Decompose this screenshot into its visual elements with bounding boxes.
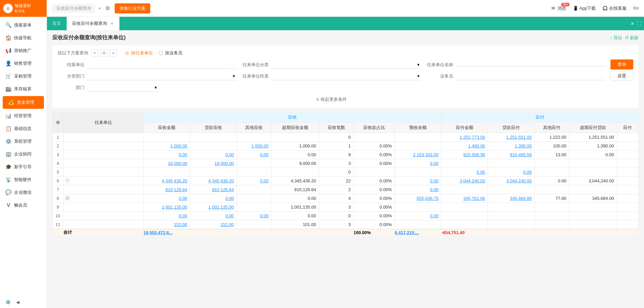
td-prepay[interactable]	[395, 203, 441, 212]
topbar-gear-icon[interactable]: ⚙	[104, 4, 111, 13]
scheme-option-by-unit[interactable]: ⊙ 按往来单位	[125, 50, 153, 56]
unit-category-select[interactable]: ▾	[271, 61, 421, 69]
td-ar-amount[interactable]: 4,345,436.20	[144, 177, 190, 185]
td-loan-ar[interactable]: 152.00	[190, 220, 237, 229]
scheme-option-by-staff[interactable]: 按业务员	[158, 50, 182, 56]
tab-close-all-icon[interactable]: ✕	[631, 21, 634, 26]
app-download-link[interactable]: 📱 App下载	[573, 5, 596, 11]
td-ar-amount[interactable]: 0.00	[144, 194, 190, 203]
td-other-ar[interactable]	[237, 159, 271, 168]
td-ar-amount[interactable]: 810,126.64	[144, 185, 190, 194]
td-loan-ap[interactable]	[488, 185, 535, 194]
td-loan-ar[interactable]	[190, 142, 237, 150]
td-other-ar[interactable]	[237, 185, 271, 194]
settings-scheme-button[interactable]: ⊙	[100, 49, 108, 57]
td-loan-ar[interactable]	[190, 168, 237, 177]
sidebar-item-operations[interactable]: 📊 经营管理	[0, 109, 47, 122]
td-ap-amount[interactable]	[441, 159, 488, 168]
td-loan-ap[interactable]: 1,251,551.00	[488, 133, 535, 142]
settlement-unit-input[interactable]: ···	[87, 61, 236, 69]
td-prepay[interactable]: 2,153,333.00	[395, 150, 441, 159]
td-loan-ap[interactable]	[488, 212, 535, 220]
sidebar-item-hardware[interactable]: 📡 智能硬件	[0, 173, 47, 186]
sidebar-item-guide[interactable]: 🎓 新手引导	[0, 161, 47, 173]
td-loan-ar[interactable]: 0.00	[190, 212, 237, 220]
td-prepay[interactable]	[395, 220, 441, 229]
td-loan-ar[interactable]: 810,126.64	[190, 185, 237, 194]
td-prepay[interactable]	[395, 133, 441, 142]
td-loan-ap[interactable]	[488, 220, 535, 229]
td-ap-amount[interactable]	[441, 212, 488, 220]
tab-home[interactable]: 首页	[47, 17, 67, 30]
sidebar-item-member[interactable]: Ⅴ 畅会员	[0, 199, 47, 212]
td-ap-amount[interactable]: 345,761.00	[441, 194, 488, 203]
sidebar-item-system[interactable]: ⚙️ 系统管理	[0, 135, 47, 148]
message-badge[interactable]: ✉ 消息 99+	[551, 5, 567, 11]
online-service-link[interactable]: 🎧 在线客服	[602, 5, 627, 11]
td-loan-ap[interactable]: 0.00	[488, 168, 535, 177]
user-avatar[interactable]: Rit	[633, 6, 639, 11]
td-prepay[interactable]: 0.00	[395, 159, 441, 168]
salesperson-input[interactable]: ···	[456, 72, 605, 80]
promo-button[interactable]: 体验行业方案	[115, 3, 150, 13]
td-ap-amount[interactable]: 3,044,240.00	[441, 177, 488, 185]
export-button[interactable]: ↑ 导出	[610, 35, 623, 41]
sidebar-item-sales[interactable]: 👤 销售管理	[0, 57, 47, 70]
dropdown-arrow-icon[interactable]: ▾	[99, 6, 101, 11]
td-ar-amount[interactable]: 18,000.00	[144, 159, 190, 168]
td-ap-amount[interactable]: 915,508.56	[441, 150, 488, 159]
td-ap-amount[interactable]: 0.00	[441, 168, 488, 177]
sidebar-item-enterprise[interactable]: 🏢 企业协同	[0, 148, 47, 161]
td-ap-amount[interactable]	[441, 185, 488, 194]
td-ap-amount[interactable]	[441, 203, 488, 212]
td-other-ar[interactable]: 0.00	[237, 177, 271, 185]
dept-select[interactable]: ▾	[87, 84, 158, 92]
td-ap-amount[interactable]: 1,252,773.00	[441, 133, 488, 142]
sidebar-item-purchase[interactable]: 🛒 采购管理	[0, 70, 47, 83]
refresh-button[interactable]: ↺ 刷新	[625, 35, 639, 41]
sidebar-item-quick-nav[interactable]: 🏠 快捷导航	[0, 32, 47, 44]
td-ar-amount[interactable]	[144, 168, 190, 177]
sidebar-item-marketing[interactable]: 📢 营销推广	[0, 44, 47, 57]
tab-expand-icon[interactable]: ⛶	[637, 21, 641, 26]
add-scheme-button[interactable]: +	[91, 49, 98, 57]
dept-mgr-select[interactable]: ▾	[87, 72, 236, 80]
tab-close-icon[interactable]: ✕	[110, 21, 114, 26]
td-other-ar[interactable]	[237, 194, 271, 203]
td-loan-ap[interactable]: 915,495.56	[488, 150, 535, 159]
td-loan-ap[interactable]: 345,684.00	[488, 194, 535, 203]
tab-ar-query[interactable]: 应收应付余额查询 ✕	[67, 17, 119, 30]
td-ar-amount[interactable]	[144, 133, 190, 142]
sidebar-settings-icon[interactable]: ⚙️	[5, 300, 11, 305]
td-ar-amount[interactable]: 0.00	[144, 150, 190, 159]
settings-button[interactable]: 设置	[610, 71, 633, 81]
sidebar-item-wechat[interactable]: 💬 企业微信	[0, 186, 47, 199]
sidebar-item-search-menu[interactable]: 🔍 搜索菜单	[0, 19, 47, 32]
td-loan-ar[interactable]: 0.00	[190, 150, 237, 159]
td-other-ar[interactable]	[237, 203, 271, 212]
td-loan-ap[interactable]: 3,044,240.00	[488, 177, 535, 185]
td-loan-ar[interactable]: 18,000.00	[190, 159, 237, 168]
td-prepay[interactable]	[395, 142, 441, 150]
td-other-ar[interactable]	[237, 168, 271, 177]
sidebar-item-inventory[interactable]: 🏬 库存核算	[0, 83, 47, 95]
sidebar-item-basic-info[interactable]: 📋 基础信息	[0, 122, 47, 135]
td-ar-amount[interactable]: 1,001,135.00	[144, 203, 190, 212]
td-ap-amount[interactable]: 1,490.00	[441, 142, 488, 150]
td-other-ar[interactable]	[237, 220, 271, 229]
td-prepay[interactable]: 0.00	[395, 185, 441, 194]
td-loan-ap[interactable]: 1,390.00	[488, 142, 535, 150]
td-other-ar[interactable]	[237, 133, 271, 142]
td-other-ar[interactable]: 0.00	[237, 150, 271, 159]
td-ar-amount[interactable]: 1,000.00	[144, 142, 190, 150]
td-ar-amount[interactable]: 152.00	[144, 220, 190, 229]
td-prepay[interactable]: 655,636.75	[395, 194, 441, 203]
sidebar-item-capital[interactable]: 💰 资金管理	[3, 96, 44, 109]
collapse-conditions[interactable]: ∧ 收起更多条件	[58, 95, 605, 104]
td-prepay[interactable]	[395, 168, 441, 177]
td-loan-ar[interactable]: 0.00	[190, 194, 237, 203]
td-loan-ap[interactable]	[488, 203, 535, 212]
th-settings[interactable]: ⚙	[53, 112, 63, 133]
td-other-ar[interactable]: 1,000.00	[237, 142, 271, 150]
td-ar-amount[interactable]: 0.00	[144, 212, 190, 220]
